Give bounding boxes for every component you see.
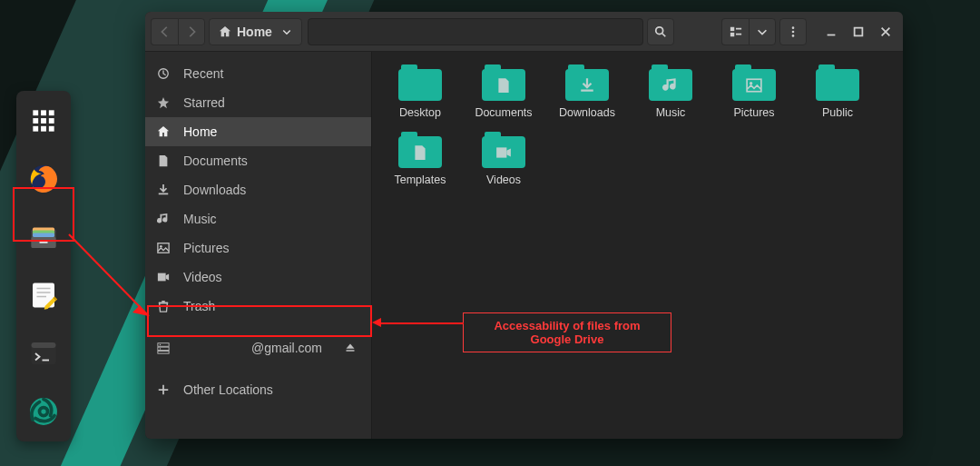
folder-templates[interactable]: Templates: [387, 132, 454, 186]
grid-list-icon: [730, 25, 742, 38]
folder-label: Public: [822, 106, 853, 119]
dock-firefox[interactable]: [23, 158, 64, 200]
minimize-icon: [825, 25, 838, 38]
folder-icon: [732, 64, 776, 101]
folder-icon: [482, 64, 525, 101]
folder-icon: [565, 64, 609, 101]
dock-terminal[interactable]: [23, 332, 64, 374]
eject-button[interactable]: [340, 338, 360, 358]
folder-grid: DesktopDocumentsDownloadsMusicPicturesPu…: [387, 64, 888, 186]
folder-desktop[interactable]: Desktop: [387, 64, 454, 119]
path-seg-home[interactable]: Home: [209, 18, 302, 45]
folder-icon: [816, 64, 859, 101]
folder-label: Documents: [475, 106, 532, 119]
folder-label: Templates: [395, 174, 446, 186]
path-bar: Home: [209, 18, 302, 45]
picture-icon: [156, 242, 171, 254]
dock-texteditor[interactable]: [23, 274, 64, 316]
view-toggle-button[interactable]: [721, 18, 749, 45]
svg-rect-25: [33, 126, 38, 132]
window-controls: [819, 20, 897, 44]
folder-documents[interactable]: Documents: [470, 64, 537, 119]
dock: [16, 91, 71, 441]
sidebar-item-home[interactable]: Home: [145, 117, 371, 146]
chevron-down-icon: [756, 25, 769, 38]
content-area[interactable]: DesktopDocumentsDownloadsMusicPicturesPu…: [372, 52, 903, 439]
sidebar-item-label: Music: [183, 212, 217, 226]
dock-activities[interactable]: [23, 100, 64, 142]
svg-rect-20: [41, 110, 46, 115]
headerbar: Home: [145, 12, 903, 52]
sidebar-item-downloads[interactable]: Downloads: [145, 175, 371, 204]
folder-label: Music: [656, 106, 686, 119]
sidebar-mount-gmail[interactable]: @gmail.com: [145, 333, 371, 362]
close-icon: [879, 25, 892, 38]
nav-buttons: [151, 18, 205, 45]
svg-rect-37: [32, 342, 56, 348]
menu-icon: [787, 25, 799, 38]
sidebar-item-label: Trash: [183, 299, 215, 313]
sidebar-item-music[interactable]: Music: [145, 204, 371, 233]
texteditor-icon: [27, 279, 60, 312]
window-close[interactable]: [874, 20, 897, 44]
file-manager-window: Home RecentStarredHomeDocumentsDownloads…: [145, 12, 903, 439]
server-icon: [156, 342, 171, 354]
star-icon: [156, 96, 171, 109]
sidebar-item-documents[interactable]: Documents: [145, 146, 371, 175]
maximize-icon: [852, 25, 865, 38]
sidebar-item-trash[interactable]: Trash: [145, 292, 371, 321]
chevron-down-icon: [281, 26, 292, 37]
music-icon: [156, 213, 171, 225]
sidebar-mount-label: @gmail.com: [183, 341, 328, 355]
svg-rect-19: [33, 110, 38, 115]
download-icon: [156, 183, 171, 196]
folder-icon: [482, 132, 525, 168]
trash-icon: [156, 300, 171, 312]
video-icon: [156, 271, 171, 283]
back-button[interactable]: [151, 18, 178, 45]
plus-icon: [156, 383, 171, 396]
folder-icon: [649, 64, 692, 101]
svg-rect-21: [49, 110, 54, 115]
search-button[interactable]: [647, 18, 674, 45]
forward-button[interactable]: [178, 18, 205, 45]
dock-files[interactable]: [23, 216, 64, 258]
sidebar-other-locations[interactable]: Other Locations: [145, 375, 371, 404]
svg-rect-27: [49, 126, 54, 132]
folder-public[interactable]: Public: [804, 64, 871, 119]
screenshot-icon: [27, 395, 60, 428]
path-label: Home: [237, 25, 272, 39]
sidebar-item-label: Videos: [183, 270, 222, 284]
home-icon: [156, 125, 171, 138]
folder-label: Desktop: [399, 106, 441, 119]
dock-screenshot[interactable]: [23, 391, 64, 432]
hamburger-menu-button[interactable]: [779, 18, 807, 45]
home-icon: [219, 25, 231, 38]
folder-pictures[interactable]: Pictures: [720, 64, 788, 119]
svg-rect-32: [33, 233, 54, 238]
svg-rect-23: [41, 118, 46, 124]
svg-rect-26: [41, 126, 46, 132]
recent-icon: [156, 67, 171, 80]
sidebar-item-label: Documents: [183, 154, 248, 168]
document-icon: [156, 154, 171, 167]
sidebar-item-recent[interactable]: Recent: [145, 59, 371, 88]
folder-icon: [398, 132, 442, 168]
window-maximize[interactable]: [847, 20, 870, 44]
svg-rect-22: [33, 118, 38, 124]
sidebar-item-videos[interactable]: Videos: [145, 263, 371, 292]
folder-music[interactable]: Music: [637, 64, 704, 119]
folder-label: Downloads: [559, 106, 615, 119]
window-minimize[interactable]: [819, 20, 843, 44]
folder-downloads[interactable]: Downloads: [554, 64, 621, 119]
sidebar: RecentStarredHomeDocumentsDownloadsMusic…: [145, 52, 372, 439]
sidebar-item-pictures[interactable]: Pictures: [145, 233, 371, 263]
view-menu-button[interactable]: [749, 18, 776, 45]
svg-rect-24: [49, 118, 54, 124]
folder-icon: [398, 64, 442, 101]
folder-videos[interactable]: Videos: [470, 132, 537, 186]
sidebar-item-starred[interactable]: Starred: [145, 88, 371, 117]
svg-rect-34: [40, 242, 48, 243]
terminal-icon: [27, 337, 60, 370]
location-entry[interactable]: [308, 18, 643, 45]
